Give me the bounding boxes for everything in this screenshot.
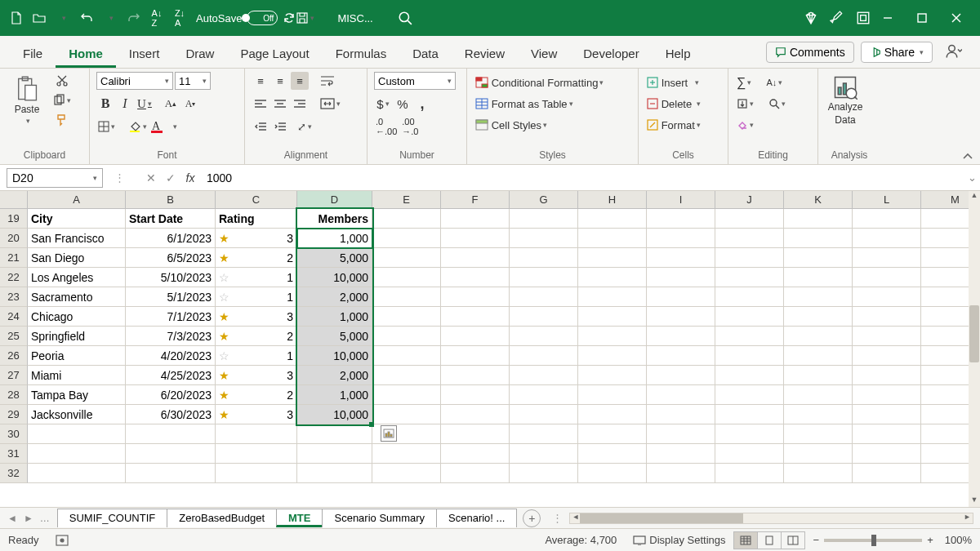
cell[interactable] <box>921 268 969 287</box>
cell[interactable] <box>853 327 921 346</box>
cell[interactable]: Rating <box>216 209 297 229</box>
cell[interactable] <box>578 346 647 366</box>
cell[interactable]: 10,000 <box>297 346 372 366</box>
column-header[interactable]: F <box>441 191 510 209</box>
cell[interactable] <box>715 307 784 327</box>
cell[interactable] <box>853 346 921 366</box>
decrease-indent-icon[interactable] <box>252 118 270 136</box>
row-header[interactable]: 25 <box>0 327 28 346</box>
cell[interactable] <box>921 424 969 444</box>
italic-button[interactable]: I <box>116 95 134 113</box>
scroll-up-icon[interactable]: ▲ <box>969 191 980 202</box>
cell[interactable] <box>28 444 126 464</box>
sheet-next-icon[interactable]: ► <box>21 513 36 524</box>
cell[interactable] <box>715 268 784 287</box>
cell[interactable] <box>921 229 969 248</box>
refresh-icon[interactable] <box>283 11 296 24</box>
fill-color-icon[interactable]: ▾ <box>127 118 149 136</box>
cell[interactable]: 5/10/2023 <box>126 268 216 287</box>
cell[interactable] <box>372 209 441 229</box>
cell[interactable]: Miami <box>28 366 126 385</box>
cell[interactable] <box>715 209 784 229</box>
underline-button[interactable]: U▾ <box>136 95 154 113</box>
cell[interactable]: ★3 <box>216 405 297 424</box>
cell[interactable] <box>647 444 715 464</box>
cell[interactable] <box>715 248 784 268</box>
cell[interactable] <box>647 346 715 366</box>
cell[interactable]: 6/1/2023 <box>126 229 216 248</box>
cell[interactable] <box>372 229 441 248</box>
collapse-ribbon-icon[interactable] <box>962 153 973 161</box>
cell[interactable] <box>853 464 921 483</box>
sort-asc-icon[interactable]: A↓Z <box>147 8 167 28</box>
cell[interactable]: 6/5/2023 <box>126 248 216 268</box>
cell[interactable] <box>853 268 921 287</box>
cell[interactable]: 4/20/2023 <box>126 346 216 366</box>
column-header[interactable]: C <box>216 191 297 209</box>
cell[interactable]: 10,000 <box>297 405 372 424</box>
increase-decimal-icon[interactable]: .0←.00 <box>374 118 399 136</box>
hscroll-thumb[interactable] <box>580 513 743 523</box>
expand-formula-icon[interactable]: ⌄ <box>964 171 980 184</box>
cell[interactable] <box>441 424 510 444</box>
cell[interactable] <box>853 307 921 327</box>
cell[interactable] <box>921 366 969 385</box>
sheet-tab[interactable]: Scenario Summary <box>322 509 437 527</box>
cell[interactable] <box>715 287 784 307</box>
quick-analysis-icon[interactable] <box>381 425 397 442</box>
cell[interactable]: Jacksonville <box>28 405 126 424</box>
cell[interactable] <box>126 444 216 464</box>
cell[interactable] <box>578 248 647 268</box>
horizontal-scrollbar[interactable]: ◄ ► <box>569 513 973 524</box>
cell[interactable] <box>784 307 853 327</box>
cell[interactable] <box>372 464 441 483</box>
tab-data[interactable]: Data <box>399 40 452 68</box>
cell[interactable]: Springfield <box>28 327 126 346</box>
shrink-font-icon[interactable]: A▾ <box>181 95 199 113</box>
cell[interactable] <box>510 464 578 483</box>
increase-indent-icon[interactable] <box>271 118 289 136</box>
cell[interactable] <box>647 287 715 307</box>
zoom-in-button[interactable]: + <box>927 534 933 546</box>
cell[interactable]: Peoria <box>28 346 126 366</box>
cell[interactable] <box>28 424 126 444</box>
cell[interactable] <box>853 444 921 464</box>
cell[interactable]: Start Date <box>126 209 216 229</box>
cell[interactable] <box>853 287 921 307</box>
cell[interactable]: 2,000 <box>297 287 372 307</box>
cell[interactable] <box>441 327 510 346</box>
cell[interactable] <box>784 464 853 483</box>
cell[interactable] <box>784 209 853 229</box>
name-box[interactable]: D20▾ <box>7 168 103 188</box>
cell[interactable] <box>578 327 647 346</box>
cell[interactable] <box>578 229 647 248</box>
cell[interactable] <box>853 366 921 385</box>
fill-handle[interactable] <box>369 422 374 427</box>
column-header[interactable]: B <box>126 191 216 209</box>
cell[interactable]: ★2 <box>216 385 297 405</box>
cell[interactable] <box>784 424 853 444</box>
macro-record-icon[interactable] <box>56 535 69 546</box>
cell[interactable] <box>921 307 969 327</box>
minimize-button[interactable] <box>871 5 905 31</box>
cell[interactable] <box>372 444 441 464</box>
open-file-icon[interactable] <box>29 8 49 28</box>
sort-desc-icon[interactable]: Z↓A <box>170 8 189 28</box>
cell[interactable] <box>647 307 715 327</box>
find-icon[interactable]: ▾ <box>767 95 787 113</box>
row-header[interactable]: 28 <box>0 385 28 405</box>
row-header[interactable]: 32 <box>0 464 28 483</box>
sheet-tab[interactable]: MTE <box>276 509 323 527</box>
cell[interactable] <box>715 327 784 346</box>
cell[interactable] <box>853 405 921 424</box>
format-as-table-button[interactable]: Format as Table▾ <box>474 95 631 113</box>
cell[interactable]: Sacramento <box>28 287 126 307</box>
cell[interactable] <box>784 346 853 366</box>
cell[interactable] <box>441 209 510 229</box>
clear-icon[interactable]: ▾ <box>735 116 755 134</box>
wrap-text-icon[interactable] <box>318 72 336 90</box>
cell[interactable] <box>921 464 969 483</box>
row-header[interactable]: 26 <box>0 346 28 366</box>
sheet-tab[interactable]: ZeroBasedBudget <box>167 509 277 527</box>
cell[interactable] <box>510 268 578 287</box>
